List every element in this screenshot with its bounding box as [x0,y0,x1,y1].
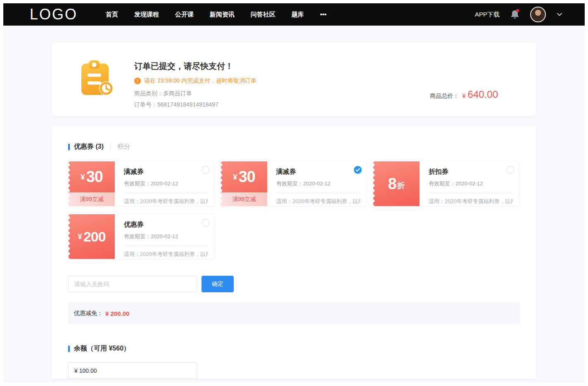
coupon-expiry: 有效期至：2020-02-12 [124,233,208,240]
coupon-title: 满减券 [276,168,360,176]
nav-item-more[interactable]: ••• [320,11,327,19]
nav-item-news[interactable]: 新闻资讯 [210,11,235,19]
nav-menu: 首页 发现课程 公开课 新闻资讯 问答社区 题库 ••• [106,11,327,19]
coupon-value: ¥200 [69,214,115,259]
coupon-expiry: 有效期至：2020-02-12 [276,180,360,187]
section-accent-bar [68,346,70,352]
tab-points[interactable]: 积分 [117,142,130,151]
nav-item-home[interactable]: 首页 [106,11,118,19]
coupon-title: 优惠券 [124,220,208,229]
chevron-down-icon[interactable] [557,12,562,17]
order-number-label: 订单号： [134,101,157,108]
total-price-currency: ¥ [462,92,465,99]
app-download-link[interactable]: APP下载 [475,11,500,19]
coupon-stub: ¥200 [69,214,115,259]
coupon-body: 满减券 有效期至：2020-02-12 适用：2020年考研专属福利券，以用..… [267,161,366,206]
section-accent-bar [68,144,70,150]
coupon-value: ¥30 [69,161,115,192]
screenshot-frame: LOGO 首页 发现课程 公开课 新闻资讯 问答社区 题库 ••• APP下载 [0,0,588,386]
coupon-title: 折扣券 [429,168,513,176]
countdown-text: 请在 23:59:00 内完成支付，超时将取消订单 [144,77,256,85]
coupon-divider [276,193,360,193]
coupon-divider [124,246,208,246]
coupon-card-discount-80pct[interactable]: 8折 折扣券 有效期至：2020-02-12 适用：2020年考研专属福利券，以… [373,161,519,206]
coupon-threshold-tag: 满99立减 [69,192,115,206]
clipboard-clock-icon [76,58,116,101]
avatar[interactable] [530,7,546,22]
coupon-stub: 8折 [373,161,420,206]
discount-summary-bar: 优惠减免： ¥ 200.00 [68,302,520,324]
coupon-scope: 适用：2020年考研专属福利券，以用... [429,198,513,205]
page-content: 订单已提交，请尽快支付！ ! 请在 23:59:00 内完成支付，超时将取消订单… [3,26,585,379]
coupon-card-youhui-200[interactable]: ¥200 优惠券 有效期至：2020-02-12 适用：2020年考研专属福利券… [68,214,214,259]
coupon-expiry: 有效期至：2020-02-12 [429,180,513,187]
nav-item-open-classes[interactable]: 公开课 [175,11,194,19]
coupon-threshold-tag: 满99立减 [221,192,267,206]
notification-bell-icon[interactable] [510,9,519,19]
redeem-code-input[interactable] [68,276,197,292]
order-total: 商品总价： ¥ 640.00 [430,89,498,116]
coupon-stub: ¥30 满99立减 [69,161,115,206]
coupon-radio-unchecked[interactable] [202,166,209,174]
confirm-button[interactable]: 确定 [202,276,234,292]
notification-red-dot [516,9,519,12]
coupon-body: 折扣券 有效期至：2020-02-12 适用：2020年考研专属福利券，以用..… [420,161,519,206]
coupon-currency: ¥ [233,173,237,182]
discount-value: ¥ 200.00 [105,310,129,317]
coupon-body: 满减券 有效期至：2020-02-12 适用：2020年考研专属福利券，以用..… [115,161,214,206]
order-number-row: 订单号：5681749184914918497 [134,101,256,109]
top-navbar: LOGO 首页 发现课程 公开课 新闻资讯 问答社区 题库 ••• APP下载 [3,3,585,26]
order-countdown-notice: ! 请在 23:59:00 内完成支付，超时将取消订单 [134,77,256,85]
order-summary-card: 订单已提交，请尽快支付！ ! 请在 23:59:00 内完成支付，超时将取消订单… [52,43,536,116]
logo[interactable]: LOGO [30,7,78,22]
nav-item-discover-courses[interactable]: 发现课程 [134,11,159,19]
coupon-card-manjian-30[interactable]: ¥30 满99立减 满减券 有效期至：2020-02-12 适用：2020年考研… [68,161,214,206]
nav-item-qa-community[interactable]: 问答社区 [251,11,275,19]
order-category-row: 商品类别：多商品订单 [134,90,256,97]
coupon-currency: ¥ [78,232,82,241]
coupon-title: 满减券 [124,168,208,176]
order-category-value: 多商品订单 [163,90,192,97]
balance-title: 余额（可用 ¥560） [74,344,130,353]
coupon-amount: 30 [239,168,255,186]
coupon-radio-unchecked[interactable] [506,166,514,174]
tab-coupons[interactable]: 优惠券 (3) [74,142,104,151]
exclamation-circle-icon: ! [134,78,141,84]
coupon-stub: ¥30 满99立减 [221,161,267,206]
coupon-scope: 适用：2020年考研专属福利券，以用... [124,198,208,205]
coupon-scope: 适用：2020年考研专属福利券，以用... [124,251,208,258]
coupon-currency: ¥ [81,173,85,182]
balance-input-row [68,362,520,379]
order-title: 订单已提交，请尽快支付！ [134,61,256,72]
nav-right-group: APP下载 [475,7,562,22]
tab-divider [110,144,111,150]
coupon-amount: 200 [83,229,106,245]
coupon-card-manjian-30-selected[interactable]: ¥30 满99立减 满减券 有效期至：2020-02-12 适用：2020年考研… [220,161,367,206]
discount-label: 优惠减免： [74,310,103,317]
order-info: 订单已提交，请尽快支付！ ! 请在 23:59:00 内完成支付，超时将取消订单… [134,43,256,116]
order-number-value: 5681749184914918497 [157,101,218,108]
total-price-label: 商品总价： [430,92,459,100]
nav-item-question-bank[interactable]: 题库 [292,11,304,19]
coupon-grid: ¥30 满99立减 满减券 有效期至：2020-02-12 适用：2020年考研… [68,161,520,259]
coupon-divider [429,193,513,193]
coupon-value: ¥30 [221,161,267,192]
coupon-unit: 折 [397,180,405,191]
coupon-amount: 30 [86,168,103,186]
coupon-radio-checked[interactable] [354,166,362,174]
coupon-value: 8折 [373,161,420,206]
redeem-code-row: 确定 [68,276,520,292]
coupon-body: 优惠券 有效期至：2020-02-12 适用：2020年考研专属福利券，以用..… [115,214,214,259]
page: LOGO 首页 发现课程 公开课 新闻资讯 问答社区 题库 ••• APP下载 [3,3,585,383]
balance-amount-input[interactable] [68,362,197,379]
coupon-tabs: 优惠券 (3) 积分 [68,142,520,151]
coupon-radio-unchecked[interactable] [202,219,209,227]
coupon-expiry: 有效期至：2020-02-12 [124,180,208,187]
balance-section-header: 余额（可用 ¥560） [68,344,520,353]
total-price-value: 640.00 [468,89,498,100]
coupon-divider [124,193,208,193]
order-category-label: 商品类别： [134,90,163,97]
coupon-amount: 8 [388,175,396,193]
payment-options-card: 优惠券 (3) 积分 ¥30 满99立减 满减券 有效 [52,126,536,379]
coupon-scope: 适用：2020年考研专属福利券，以用... [276,198,360,205]
